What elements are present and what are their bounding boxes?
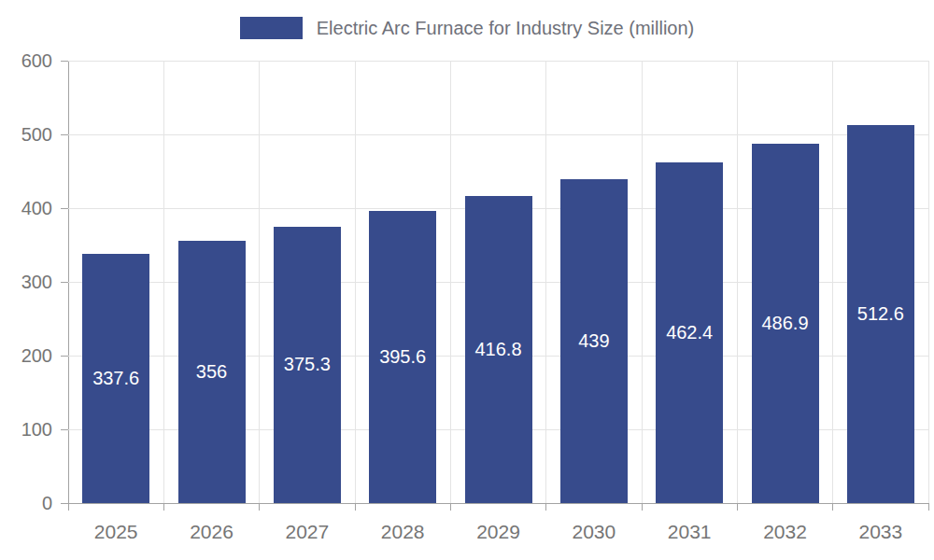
y-axis-tick-label: 400 — [0, 196, 52, 220]
legend-item[interactable]: Electric Arc Furnace for Industry Size (… — [0, 17, 934, 39]
y-axis-tick — [61, 356, 68, 357]
x-axis-tick — [68, 503, 69, 511]
y-gridline — [68, 61, 928, 62]
bar-value-label: 375.3 — [284, 354, 331, 375]
x-gridline — [928, 61, 929, 503]
bar-2033[interactable]: 512.6 — [847, 125, 914, 503]
y-axis-tick-label: 0 — [0, 491, 52, 515]
x-axis-tick — [737, 503, 738, 511]
bar-2032[interactable]: 486.9 — [752, 144, 819, 503]
x-gridline — [832, 61, 833, 503]
legend-swatch — [240, 17, 303, 39]
x-axis-line — [68, 503, 928, 504]
x-gridline — [545, 61, 546, 503]
x-axis-category-label: 2033 — [825, 520, 934, 544]
bar-chart: Electric Arc Furnace for Industry Size (… — [0, 0, 934, 560]
x-axis-tick — [355, 503, 356, 511]
x-gridline — [450, 61, 451, 503]
x-gridline — [259, 61, 260, 503]
bar-2027[interactable]: 375.3 — [274, 227, 341, 503]
y-axis-tick-label: 300 — [0, 270, 52, 294]
y-axis-tick — [61, 208, 68, 209]
bar-2031[interactable]: 462.4 — [656, 162, 723, 503]
x-axis-tick — [450, 503, 451, 511]
bar-value-label: 462.4 — [666, 322, 713, 343]
y-axis-tick — [61, 429, 68, 430]
x-gridline — [355, 61, 356, 503]
y-axis-tick-label: 600 — [0, 49, 52, 73]
bar-value-label: 416.8 — [474, 339, 521, 360]
bar-value-label: 486.9 — [761, 313, 808, 334]
x-axis-tick — [642, 503, 643, 511]
y-axis-tick — [61, 61, 68, 62]
bar-value-label: 395.6 — [379, 346, 426, 368]
x-axis-tick — [545, 503, 546, 511]
bar-2026[interactable]: 356 — [178, 241, 246, 503]
bar-2030[interactable]: 439 — [560, 179, 628, 503]
x-gridline — [737, 61, 738, 503]
bar-2028[interactable]: 395.6 — [369, 211, 436, 503]
x-axis-tick — [259, 503, 260, 511]
bar-value-label: 439 — [578, 330, 609, 352]
y-axis-tick-label: 200 — [0, 343, 52, 368]
bar-value-label: 512.6 — [857, 303, 904, 325]
legend-label: Electric Arc Furnace for Industry Size (… — [317, 17, 695, 39]
x-axis-tick — [928, 503, 929, 511]
y-gridline — [68, 134, 928, 135]
bar-2025[interactable]: 337.6 — [82, 254, 149, 503]
y-axis-tick-label: 500 — [0, 122, 52, 147]
x-axis-tick — [832, 503, 833, 511]
y-axis-tick-label: 100 — [0, 417, 52, 441]
bar-2029[interactable]: 416.8 — [465, 196, 532, 503]
y-axis-tick — [61, 282, 68, 283]
bar-value-label: 356 — [196, 361, 227, 383]
x-gridline — [163, 61, 164, 503]
bar-value-label: 337.6 — [92, 368, 139, 389]
plot-area: 0100200300400500600337.620253562026375.3… — [68, 61, 928, 503]
x-gridline — [642, 61, 643, 503]
y-axis-tick — [61, 134, 68, 135]
x-axis-tick — [163, 503, 164, 511]
